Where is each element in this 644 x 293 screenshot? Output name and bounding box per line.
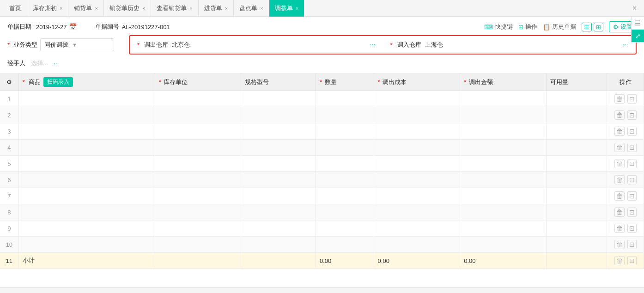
qty-cell[interactable] — [316, 204, 374, 220]
spec-cell[interactable] — [241, 156, 316, 172]
qty-cell[interactable] — [316, 220, 374, 237]
copy-icon[interactable]: ⊡ — [627, 94, 637, 104]
amount-cell[interactable] — [460, 220, 547, 237]
person-more-btn[interactable]: ··· — [54, 60, 59, 67]
table-header-gear[interactable]: ⚙ — [0, 73, 18, 91]
warehouse-in-more-btn[interactable]: ··· — [622, 41, 628, 49]
spec-cell[interactable] — [241, 237, 316, 253]
product-cell[interactable] — [18, 237, 155, 253]
product-cell[interactable] — [18, 204, 155, 220]
calendar-icon[interactable]: 📅 — [69, 23, 77, 31]
unit-cell[interactable] — [155, 91, 241, 107]
tab-view-sales[interactable]: 查看销货单 × — [151, 0, 198, 17]
spec-cell[interactable] — [241, 140, 316, 156]
spec-cell[interactable] — [241, 123, 316, 140]
amount-cell[interactable] — [460, 107, 547, 123]
delete-icon[interactable]: 🗑 — [614, 256, 625, 265]
cost-cell[interactable] — [374, 220, 460, 237]
cost-cell[interactable] — [374, 237, 460, 253]
cost-cell[interactable] — [374, 156, 460, 172]
window-close-button[interactable]: × — [629, 4, 640, 12]
delete-icon[interactable]: 🗑 — [614, 127, 625, 136]
grid-view-icon[interactable]: ⊞ — [594, 23, 603, 31]
tab-inventory-init[interactable]: 库存期初 × — [27, 0, 68, 17]
tab-close-inventory-check[interactable]: × — [260, 6, 263, 11]
copy-icon[interactable]: ⊡ — [627, 110, 637, 120]
unit-cell[interactable] — [155, 123, 241, 140]
horizontal-scrollbar[interactable] — [0, 287, 644, 293]
qty-cell[interactable] — [316, 140, 374, 156]
tab-sales-order[interactable]: 销货单 × — [68, 0, 103, 17]
product-cell[interactable] — [18, 172, 155, 188]
product-cell[interactable] — [18, 107, 155, 123]
copy-icon[interactable]: ⊡ — [627, 175, 637, 184]
tab-close-sales-history[interactable]: × — [142, 6, 145, 11]
spec-cell[interactable] — [241, 91, 316, 107]
copy-icon[interactable]: ⊡ — [627, 159, 637, 168]
cost-cell[interactable] — [374, 204, 460, 220]
cost-cell[interactable] — [374, 91, 460, 107]
tab-inventory-check[interactable]: 盘点单 × — [234, 0, 269, 17]
tab-sales-history[interactable]: 销货单历史 × — [104, 0, 151, 17]
unit-cell[interactable] — [155, 253, 241, 269]
unit-cell[interactable] — [155, 156, 241, 172]
sidebar-list-icon[interactable]: ☰ — [632, 17, 644, 30]
copy-icon[interactable]: ⊡ — [627, 127, 637, 136]
tab-home[interactable]: 首页 — [4, 0, 27, 17]
tab-close-view-sales[interactable]: × — [189, 6, 192, 11]
delete-icon[interactable]: 🗑 — [614, 175, 625, 184]
copy-icon[interactable]: ⊡ — [627, 224, 637, 233]
delete-icon[interactable]: 🗑 — [614, 208, 625, 217]
delete-icon[interactable]: 🗑 — [614, 191, 625, 201]
tab-close-purchase-order[interactable]: × — [225, 6, 228, 11]
copy-icon[interactable]: ⊡ — [627, 208, 637, 217]
qty-cell[interactable] — [316, 91, 374, 107]
qty-cell[interactable] — [316, 123, 374, 140]
spec-cell[interactable] — [241, 220, 316, 237]
amount-cell[interactable] — [460, 204, 547, 220]
spec-cell[interactable] — [241, 253, 316, 269]
unit-cell[interactable] — [155, 172, 241, 188]
amount-cell[interactable] — [460, 91, 547, 107]
sidebar-expand-icon[interactable]: ⤢ — [632, 30, 644, 43]
spec-cell[interactable] — [241, 188, 316, 204]
cost-cell[interactable] — [374, 172, 460, 188]
qty-cell[interactable] — [316, 172, 374, 188]
spec-cell[interactable] — [241, 107, 316, 123]
shortcut-btn[interactable]: ⌨ 快捷键 — [484, 23, 513, 31]
person-select[interactable]: 选择... — [28, 58, 51, 68]
amount-cell[interactable] — [460, 237, 547, 253]
qty-cell[interactable] — [316, 156, 374, 172]
amount-cell[interactable] — [460, 140, 547, 156]
unit-cell[interactable] — [155, 204, 241, 220]
tab-transfer-order[interactable]: 调拨单 × — [269, 0, 304, 17]
business-type-select[interactable]: 同价调拨 ▼ — [40, 38, 114, 51]
copy-icon[interactable]: ⊡ — [627, 143, 637, 152]
amount-cell[interactable] — [460, 123, 547, 140]
cost-cell[interactable] — [374, 123, 460, 140]
delete-icon[interactable]: 🗑 — [614, 240, 625, 249]
qty-cell[interactable] — [316, 107, 374, 123]
product-cell[interactable] — [18, 220, 155, 237]
spec-cell[interactable] — [241, 204, 316, 220]
product-cell[interactable] — [18, 188, 155, 204]
delete-icon[interactable]: 🗑 — [614, 110, 625, 120]
list-view-icon[interactable]: ☰ — [582, 23, 592, 31]
cost-cell[interactable] — [374, 140, 460, 156]
cost-cell[interactable] — [374, 188, 460, 204]
tab-close-sales-order[interactable]: × — [95, 6, 97, 11]
warehouse-in-value[interactable]: 上海仓 — [425, 41, 443, 49]
product-cell[interactable] — [18, 91, 155, 107]
delete-icon[interactable]: 🗑 — [614, 143, 625, 152]
warehouse-out-more-btn[interactable]: ··· — [369, 41, 375, 49]
unit-cell[interactable] — [155, 107, 241, 123]
spec-cell[interactable] — [241, 172, 316, 188]
amount-cell[interactable] — [460, 156, 547, 172]
doc-date-value[interactable]: 2019-12-27 — [36, 24, 67, 31]
operation-btn[interactable]: ⊞ 操作 — [518, 23, 537, 31]
tab-close-transfer-order[interactable]: × — [296, 6, 298, 11]
copy-icon[interactable]: ⊡ — [627, 191, 637, 201]
delete-icon[interactable]: 🗑 — [614, 94, 625, 104]
delete-icon[interactable]: 🗑 — [614, 159, 625, 168]
qty-cell[interactable] — [316, 237, 374, 253]
